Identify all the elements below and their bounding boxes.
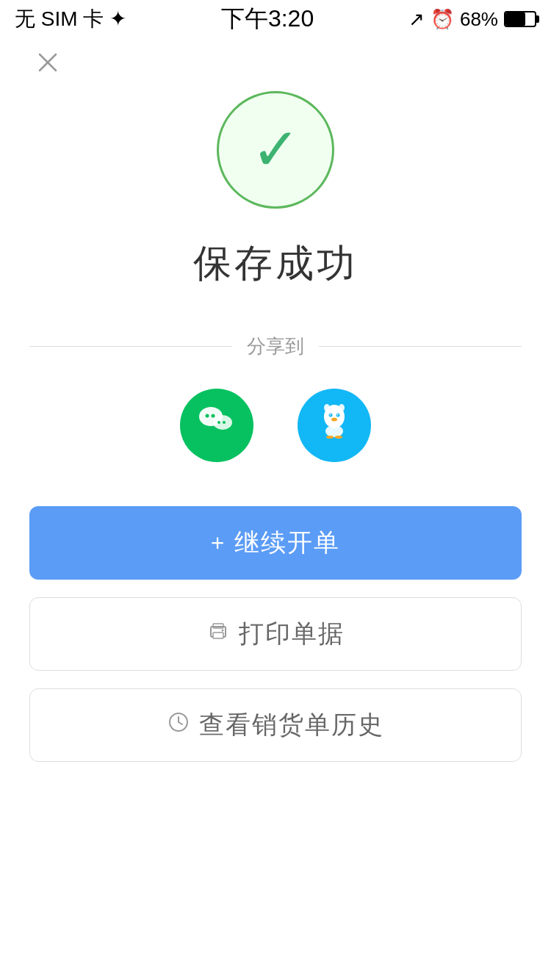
svg-point-5 xyxy=(212,414,215,418)
success-circle: ✓ xyxy=(217,91,334,209)
svg-point-22 xyxy=(222,630,224,632)
wechat-icon xyxy=(196,400,237,450)
status-bar: 无 SIM 卡 ✦ 下午3:20 ↗ ⏰ 68% xyxy=(0,0,551,32)
print-receipt-button[interactable]: 打印单据 xyxy=(29,597,522,671)
svg-point-13 xyxy=(331,418,337,422)
battery-icon xyxy=(504,11,536,27)
view-history-label: 查看销货单历史 xyxy=(199,708,384,742)
history-icon xyxy=(167,710,190,740)
battery-percent: 68% xyxy=(460,8,498,31)
continue-order-label: 继续开单 xyxy=(234,526,340,560)
continue-order-button[interactable]: + 继续开单 xyxy=(29,506,522,580)
plus-icon: + xyxy=(211,530,226,557)
print-icon xyxy=(206,619,230,649)
share-divider: 分享到 xyxy=(29,334,522,359)
svg-point-4 xyxy=(206,414,209,418)
view-history-button[interactable]: 查看销货单历史 xyxy=(29,688,522,762)
svg-point-17 xyxy=(326,436,334,439)
qq-share-button[interactable] xyxy=(298,389,371,462)
alarm-icon: ⏰ xyxy=(431,8,454,31)
share-icons xyxy=(29,389,522,462)
share-section: 分享到 xyxy=(0,334,551,462)
qq-icon xyxy=(314,400,355,450)
svg-point-14 xyxy=(324,404,330,411)
status-time: 下午3:20 xyxy=(221,3,314,35)
wechat-share-button[interactable] xyxy=(180,389,253,462)
svg-point-18 xyxy=(335,436,342,439)
action-buttons: + 继续开单 打印单据 查看销货单历史 xyxy=(0,506,551,762)
checkmark-icon: ✓ xyxy=(251,120,300,179)
status-right: ↗ ⏰ 68% xyxy=(408,8,536,31)
success-title: 保存成功 xyxy=(193,238,358,289)
print-receipt-label: 打印单据 xyxy=(239,617,345,651)
sim-label: 无 SIM 卡 ✦ xyxy=(15,5,126,33)
svg-point-11 xyxy=(330,414,331,416)
navigation-icon: ↗ xyxy=(408,8,425,31)
svg-point-6 xyxy=(217,421,220,424)
svg-point-7 xyxy=(223,421,226,424)
svg-point-12 xyxy=(337,414,339,416)
close-icon xyxy=(37,51,59,73)
share-label: 分享到 xyxy=(247,334,304,359)
svg-point-16 xyxy=(325,425,343,437)
status-left: 无 SIM 卡 ✦ xyxy=(15,5,126,33)
close-button[interactable] xyxy=(29,44,66,81)
main-content: ✓ 保存成功 分享到 xyxy=(0,32,551,762)
svg-point-15 xyxy=(339,404,345,411)
svg-rect-20 xyxy=(213,633,223,638)
